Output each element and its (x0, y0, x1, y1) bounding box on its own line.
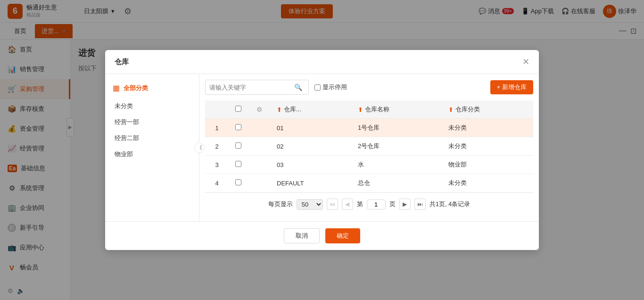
show-disabled-text: 显示停用 (322, 83, 347, 92)
table-row[interactable]: 3 03 水 物业部 (205, 156, 533, 174)
row-category: 物业部 (443, 156, 533, 174)
row-gear (248, 137, 271, 156)
modal-header: 仓库 ✕ (105, 50, 539, 74)
confirm-button[interactable]: 确定 (325, 228, 360, 243)
cat-item-property[interactable]: 物业部 (105, 146, 199, 162)
row-check[interactable] (229, 156, 248, 174)
modal-body: ▦ 全部分类 未分类 经营一部 经营二部 物业部 《 🔍 (105, 74, 539, 221)
page-next-button[interactable]: ▶ (399, 199, 411, 210)
page-first-button[interactable]: ⏮ (327, 199, 338, 210)
warehouse-table: ⚙ ⬆仓库... ⬆仓库名称 ⬆仓库分类 (205, 100, 533, 192)
per-page-label: 每页显示 (268, 200, 293, 208)
pagination: 每页显示 50 100 200 ⏮ ◀ 第 页 ▶ ⏭ 共1页, 4条记录 (205, 192, 533, 216)
row-category: 未分类 (443, 119, 533, 137)
table-row[interactable]: 1 01 1号仓库 未分类 (205, 119, 533, 137)
search-input[interactable] (209, 84, 294, 91)
category-collapse-button[interactable]: 《 (194, 142, 205, 153)
add-warehouse-button[interactable]: + 新增仓库 (490, 80, 533, 94)
row-gear (248, 174, 271, 192)
sort-icon-category: ⬆ (448, 106, 454, 113)
modal-footer: 取消 确定 (105, 221, 539, 250)
row-name: 2号仓库 (352, 137, 443, 156)
modal-main: 🔍 显示停用 + 新增仓库 (199, 74, 539, 221)
row-category: 未分类 (443, 174, 533, 192)
total-info: 共1页, 4条记录 (429, 200, 471, 208)
page-last-button[interactable]: ⏭ (414, 199, 426, 210)
search-icon[interactable]: 🔍 (294, 83, 302, 91)
modal-title: 仓库 (115, 58, 129, 67)
table-body: 1 01 1号仓库 未分类 2 02 (205, 119, 533, 192)
category-header: ▦ 全部分类 (105, 80, 199, 98)
row-checkbox[interactable] (235, 161, 241, 167)
row-name: 1号仓库 (352, 119, 443, 137)
th-check (229, 100, 248, 119)
row-code: 01 (271, 119, 352, 137)
row-checkbox[interactable] (235, 142, 241, 149)
row-category: 未分类 (443, 137, 533, 156)
row-check[interactable] (229, 119, 248, 137)
modal-close-button[interactable]: ✕ (522, 57, 529, 67)
page-prev-button[interactable]: ◀ (342, 199, 353, 210)
warehouse-table-wrapper: ⚙ ⬆仓库... ⬆仓库名称 ⬆仓库分类 (205, 100, 533, 192)
row-num: 2 (205, 137, 229, 156)
row-gear (248, 156, 271, 174)
row-name: 水 (352, 156, 443, 174)
th-num (205, 100, 229, 119)
category-grid-icon: ▦ (113, 83, 120, 92)
th-category: ⬆仓库分类 (443, 100, 533, 119)
row-num: 1 (205, 119, 229, 137)
th-name: ⬆仓库名称 (352, 100, 443, 119)
row-name: 总仓 (352, 174, 443, 192)
select-all-checkbox[interactable] (235, 106, 241, 112)
row-check[interactable] (229, 174, 248, 192)
page-number-input[interactable] (367, 200, 386, 209)
page-suffix: 页 (389, 200, 396, 208)
table-row[interactable]: 2 02 2号仓库 未分类 (205, 137, 533, 156)
page-label: 第 (357, 200, 363, 208)
cat-item-unclassified[interactable]: 未分类 (105, 98, 199, 114)
row-check[interactable] (229, 137, 248, 156)
row-checkbox[interactable] (235, 179, 241, 185)
cat-item-ops1[interactable]: 经营一部 (105, 114, 199, 130)
per-page-select[interactable]: 50 100 200 (297, 199, 323, 210)
show-disabled-label[interactable]: 显示停用 (314, 83, 347, 92)
gear-settings-icon[interactable]: ⚙ (256, 106, 263, 113)
row-num: 4 (205, 174, 229, 192)
warehouse-modal: 仓库 ✕ ▦ 全部分类 未分类 经营一部 经营二部 物业部 《 (105, 50, 539, 250)
row-code: DEFAULT (271, 174, 352, 192)
row-checkbox[interactable] (235, 124, 241, 130)
table-row[interactable]: 4 DEFAULT 总仓 未分类 (205, 174, 533, 192)
row-code: 02 (271, 137, 352, 156)
th-code: ⬆仓库... (271, 100, 352, 119)
modal-overlay[interactable]: 仓库 ✕ ▦ 全部分类 未分类 经营一部 经营二部 物业部 《 (0, 0, 644, 300)
row-code: 03 (271, 156, 352, 174)
category-all-label[interactable]: 全部分类 (124, 84, 148, 92)
search-box: 🔍 (205, 80, 309, 95)
sort-icon-code: ⬆ (277, 106, 282, 113)
sort-icon-name: ⬆ (358, 106, 363, 113)
cat-item-ops2[interactable]: 经营二部 (105, 130, 199, 146)
category-sidebar: ▦ 全部分类 未分类 经营一部 经营二部 物业部 《 (105, 74, 199, 221)
th-gear: ⚙ (248, 100, 271, 119)
modal-toolbar: 🔍 显示停用 + 新增仓库 (205, 80, 533, 95)
collapse-icon: 《 (197, 144, 202, 152)
row-num: 3 (205, 156, 229, 174)
show-disabled-checkbox[interactable] (314, 84, 321, 91)
cancel-button[interactable]: 取消 (284, 228, 320, 243)
table-header-row: ⚙ ⬆仓库... ⬆仓库名称 ⬆仓库分类 (205, 100, 533, 119)
row-gear (248, 119, 271, 137)
